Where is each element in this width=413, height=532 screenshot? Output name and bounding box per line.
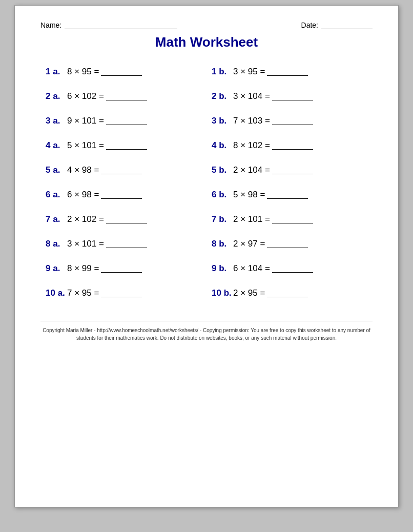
problem-equation: 4 × 98 = — [67, 165, 142, 175]
problem-label: 8 b. — [212, 239, 233, 249]
problem-equation: 2 × 101 = — [233, 214, 313, 224]
date-line[interactable] — [321, 21, 373, 29]
answer-line[interactable] — [106, 117, 147, 125]
problem-cell: 7 b. 2 × 101 = — [206, 207, 373, 232]
date-label: Date: — [301, 21, 318, 29]
problem-equation: 3 × 101 = — [67, 239, 147, 249]
problem-cell: 10 b. 2 × 95 = — [206, 281, 373, 305]
problem-label: 3 a. — [46, 116, 67, 126]
problem-label: 10 a. — [46, 288, 67, 298]
problem-label: 9 b. — [212, 263, 233, 274]
problem-label: 1 b. — [212, 67, 233, 77]
date-field: Date: — [301, 21, 373, 29]
problem-cell: 8 a. 3 × 101 = — [40, 232, 206, 256]
answer-line[interactable] — [272, 117, 313, 125]
footer-text: Copyright Maria Miller - http://www.home… — [40, 321, 373, 342]
answer-line[interactable] — [272, 92, 313, 100]
problem-equation: 2 × 104 = — [233, 165, 313, 175]
answer-line[interactable] — [272, 166, 313, 174]
problem-cell: 5 a. 4 × 98 = — [40, 158, 206, 182]
answer-line[interactable] — [106, 141, 147, 150]
problem-cell: 9 a. 8 × 99 = — [40, 256, 206, 281]
worksheet-title: Math Worksheet — [40, 34, 373, 50]
problem-equation: 8 × 102 = — [233, 140, 313, 151]
problem-label: 2 a. — [46, 91, 67, 101]
problem-cell: 6 b. 5 × 98 = — [206, 182, 373, 207]
problem-equation: 9 × 101 = — [67, 116, 147, 126]
answer-line[interactable] — [106, 215, 147, 223]
name-line[interactable] — [65, 21, 177, 29]
problem-cell: 4 a. 5 × 101 = — [40, 133, 206, 158]
problem-cell: 1 a. 8 × 95 = — [40, 59, 206, 84]
problem-cell: 9 b. 6 × 104 = — [206, 256, 373, 281]
problem-label: 4 a. — [46, 140, 67, 151]
problem-equation: 8 × 99 = — [67, 263, 142, 274]
answer-line[interactable] — [267, 240, 308, 248]
problem-cell: 3 a. 9 × 101 = — [40, 109, 206, 133]
problem-label: 2 b. — [212, 91, 233, 101]
problem-label: 5 b. — [212, 165, 233, 175]
worksheet-page: Name: Date: Math Worksheet 1 a. 8 × 95 =… — [14, 5, 399, 507]
answer-line[interactable] — [106, 240, 147, 248]
problem-cell: 6 a. 6 × 98 = — [40, 182, 206, 207]
problem-cell: 2 a. 6 × 102 = — [40, 84, 206, 109]
problem-cell: 3 b. 7 × 103 = — [206, 109, 373, 133]
name-label: Name: — [40, 21, 61, 29]
problem-label: 6 b. — [212, 190, 233, 200]
problem-equation: 5 × 101 = — [67, 140, 147, 151]
problem-equation: 2 × 97 = — [233, 239, 308, 249]
problem-equation: 6 × 104 = — [233, 263, 313, 274]
problem-cell: 4 b. 8 × 102 = — [206, 133, 373, 158]
answer-line[interactable] — [267, 68, 308, 76]
problem-equation: 3 × 95 = — [233, 67, 308, 77]
name-field: Name: — [40, 21, 177, 29]
answer-line[interactable] — [101, 68, 142, 76]
problem-equation: 2 × 102 = — [67, 214, 147, 224]
problem-cell: 8 b. 2 × 97 = — [206, 232, 373, 256]
problem-equation: 5 × 98 = — [233, 190, 308, 200]
answer-line[interactable] — [101, 191, 142, 199]
problem-label: 6 a. — [46, 190, 67, 200]
problem-equation: 6 × 98 = — [67, 190, 142, 200]
answer-line[interactable] — [101, 166, 142, 174]
problem-label: 7 b. — [212, 214, 233, 224]
problem-cell: 2 b. 3 × 104 = — [206, 84, 373, 109]
header-row: Name: Date: — [40, 21, 373, 29]
problem-cell: 7 a. 2 × 102 = — [40, 207, 206, 232]
problem-equation: 7 × 103 = — [233, 116, 313, 126]
problem-equation: 6 × 102 = — [67, 91, 147, 101]
problem-label: 9 a. — [46, 263, 67, 274]
answer-line[interactable] — [267, 191, 308, 199]
answer-line[interactable] — [272, 215, 313, 223]
problem-equation: 8 × 95 = — [67, 67, 142, 77]
problem-label: 4 b. — [212, 140, 233, 151]
problem-equation: 3 × 104 = — [233, 91, 313, 101]
problem-label: 1 a. — [46, 67, 67, 77]
problem-equation: 7 × 95 = — [67, 288, 142, 298]
problems-grid: 1 a. 8 × 95 = 1 b. 3 × 95 = 2 a. 6 × 102… — [40, 59, 373, 305]
problem-label: 7 a. — [46, 214, 67, 224]
problem-equation: 2 × 95 = — [233, 288, 308, 298]
answer-line[interactable] — [272, 141, 313, 150]
answer-line[interactable] — [101, 264, 142, 273]
problem-cell: 1 b. 3 × 95 = — [206, 59, 373, 84]
problem-label: 3 b. — [212, 116, 233, 126]
answer-line[interactable] — [272, 264, 313, 273]
answer-line[interactable] — [101, 289, 142, 297]
problem-label: 10 b. — [212, 288, 233, 298]
answer-line[interactable] — [267, 289, 308, 297]
problem-label: 8 a. — [46, 239, 67, 249]
answer-line[interactable] — [106, 92, 147, 100]
problem-label: 5 a. — [46, 165, 67, 175]
problem-cell: 5 b. 2 × 104 = — [206, 158, 373, 182]
problem-cell: 10 a. 7 × 95 = — [40, 281, 206, 305]
